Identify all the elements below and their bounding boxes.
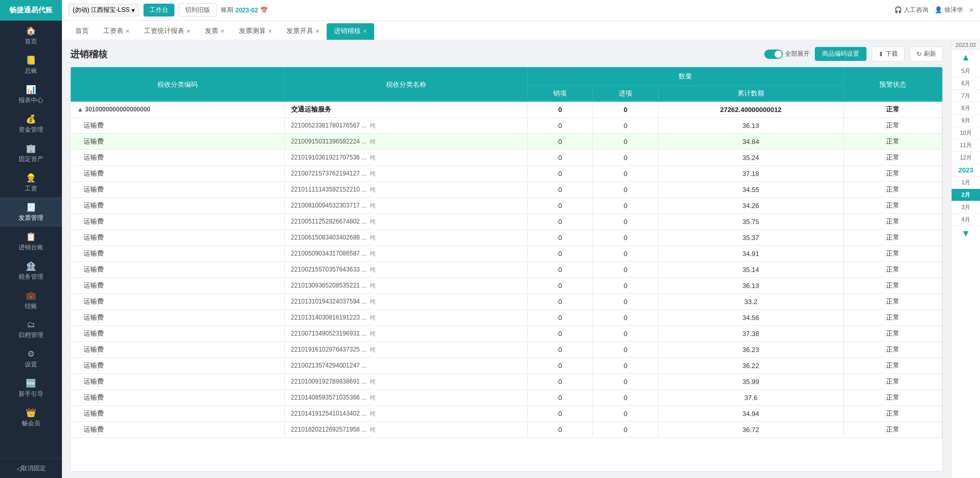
table-row: 运输费 22101820212692571958 ... 吨 0 0 36.72… — [71, 422, 942, 438]
sidebar-item-home[interactable]: 🏠 首页 — [0, 21, 62, 50]
col-name-header: 税收分类名称 — [284, 68, 527, 102]
cell-status: 正常 — [843, 262, 942, 278]
month-item[interactable]: 3月 — [952, 201, 980, 214]
tab-salary-report[interactable]: 工资统计报表 ✕ — [137, 23, 198, 40]
workbench-button[interactable]: 工作台 — [143, 4, 174, 17]
nav-down-button[interactable]: ▼ — [952, 226, 980, 241]
table-row: 运输费 22100615083403402688 ... 吨 0 0 35.37… — [71, 230, 942, 246]
tab-invoice-issue[interactable]: 发票开具 ✕ — [279, 23, 327, 40]
sidebar-item-purchase-sales[interactable]: 📋 进销台账 — [0, 227, 62, 256]
cell-cumulative: 35.75 — [658, 214, 844, 230]
month-item[interactable]: 5月 — [952, 65, 980, 77]
month-item[interactable]: 11月 — [952, 139, 980, 152]
month-item[interactable]: 12月 — [952, 152, 980, 164]
sidebar-item-assets[interactable]: 🏢 固定资产 — [0, 138, 62, 168]
cell-purchase: 0 — [593, 150, 658, 166]
refresh-button[interactable]: ↻ 刷新 — [910, 46, 943, 61]
cell-sales: 0 — [527, 326, 593, 342]
main-area: (勿动) 江西报宝-LSS ▾ 工作台 切到旧版 账期 2023-02 📅 🎧 … — [62, 0, 980, 478]
tab-salary[interactable]: 工资表 ✕ — [96, 23, 137, 40]
company-name: (勿动) 江西报宝-LSS — [73, 6, 130, 14]
tab-close-icon[interactable]: ✕ — [268, 28, 272, 34]
invoice-icon: 🧾 — [26, 202, 36, 212]
table-row: 运输费 22100215570357643633 ... 吨 0 0 35.14… — [71, 262, 942, 278]
month-item[interactable]: 10月 — [952, 127, 980, 139]
cell-cumulative: 37.38 — [658, 326, 844, 342]
cell-tag-id: 22101111143592152210 ... 吨 — [284, 182, 527, 198]
toggle-switch[interactable] — [764, 50, 783, 59]
sidebar-item-tax[interactable]: 🏦 税务管理 — [0, 256, 62, 285]
tab-close-icon[interactable]: ✕ — [186, 28, 190, 34]
nav-up-button[interactable]: ▲ — [952, 50, 980, 65]
topbar-right: 🎧 人工咨询 👤 徐泽华 × — [894, 6, 974, 15]
cell-tag-id: 22101916102976437325 ... 吨 — [284, 342, 527, 358]
month-item[interactable]: 6月 — [952, 77, 980, 90]
cell-status: 正常 — [843, 326, 942, 342]
page-title: 进销稽核 — [70, 48, 107, 60]
table-row: 运输费 22101310194324037594 ... 吨 0 0 33.2 … — [71, 294, 942, 310]
sidebar-item-guide[interactable]: 🆕 新手引导 — [0, 373, 62, 403]
table-row: 运输费 22100713490523196931 ... 吨 0 0 37.38… — [71, 326, 942, 342]
cell-name: 运输费 — [71, 246, 285, 262]
month-item[interactable]: 9月 — [952, 115, 980, 127]
cell-sales: 0 — [527, 278, 593, 294]
purchase-sales-icon: 📋 — [26, 232, 36, 242]
salary-icon: 👷 — [26, 173, 36, 183]
company-selector[interactable]: (勿动) 江西报宝-LSS ▾ — [68, 4, 139, 17]
ledger-icon: 📒 — [26, 55, 36, 65]
year-label-top: 2023.02 — [952, 40, 980, 50]
cell-cumulative: 35.14 — [658, 262, 844, 278]
month-item[interactable]: 1月 — [952, 177, 980, 189]
table-row: 运输费 22101910361921707536 ... 吨 0 0 35.24… — [71, 150, 942, 166]
sidebar-item-invoice[interactable]: 🧾 发票管理 — [0, 197, 62, 227]
tab-home[interactable]: 首页 — [68, 23, 96, 40]
period-label: 账期 2023-02 📅 — [221, 6, 268, 14]
cell-name: 运输费 — [71, 150, 285, 166]
tab-close-icon[interactable]: ✕ — [315, 28, 319, 34]
cell-tag-id: 22100713490523196931 ... 吨 — [284, 326, 527, 342]
download-button[interactable]: ⬇ 下载 — [872, 46, 905, 61]
tab-close-icon[interactable]: ✕ — [125, 28, 130, 34]
cell-sales: 0 — [527, 118, 593, 134]
switch-old-button[interactable]: 切到旧版 — [179, 3, 217, 17]
sidebar-item-archive[interactable]: 🗂 归档管理 — [0, 315, 62, 344]
cell-status: 正常 — [843, 390, 942, 406]
support-button[interactable]: 🎧 人工咨询 — [894, 6, 928, 14]
sidebar-item-closing[interactable]: 💼 结账 — [0, 285, 62, 315]
content-area: 进销稽核 全部展开 商品编码设置 ⬇ 下载 ↻ 刷 — [62, 40, 951, 478]
cell-status: 正常 — [843, 102, 942, 118]
cell-status: 正常 — [843, 150, 942, 166]
cell-purchase: 0 — [593, 262, 658, 278]
month-item[interactable]: 7月 — [952, 90, 980, 102]
tab-close-icon[interactable]: ✕ — [220, 28, 224, 34]
table-row: 运输费 22101314030816191223 ... 吨 0 0 34.56… — [71, 310, 942, 326]
sidebar-item-finance[interactable]: 💰 资金管理 — [0, 109, 62, 138]
tab-invoice-calc[interactable]: 发票测算 ✕ — [232, 23, 279, 40]
cell-tag-id: 22100213574294001247 ... — [284, 358, 527, 374]
cell-tag-id: 22101910361921707536 ... 吨 — [284, 150, 527, 166]
cell-sales: 0 — [527, 294, 593, 310]
sidebar-item-member[interactable]: 👑 畅会员 — [0, 403, 62, 432]
cell-name: 运输费 — [71, 406, 285, 422]
tab-close-icon[interactable]: ✕ — [363, 28, 367, 34]
cell-purchase: 0 — [593, 118, 658, 134]
sidebar-item-ledger[interactable]: 📒 总账 — [0, 50, 62, 79]
close-button[interactable]: × — [969, 6, 974, 15]
cell-cumulative: 34.56 — [658, 310, 844, 326]
sidebar-item-label: 畅会员 — [22, 419, 40, 428]
user-menu[interactable]: 👤 徐泽华 — [935, 6, 962, 14]
month-item[interactable]: 8月 — [952, 102, 980, 115]
tab-purchase-sales-check[interactable]: 进销稽核 ✕ — [327, 23, 374, 40]
sidebar-item-salary[interactable]: 👷 工资 — [0, 168, 62, 197]
sidebar-item-reports[interactable]: 📊 报表中心 — [0, 79, 62, 109]
month-item[interactable]: 4月 — [952, 214, 980, 226]
cell-name: 运输费 — [71, 374, 285, 390]
expand-toggle[interactable]: 全部展开 — [764, 50, 810, 59]
month-item[interactable]: 2月 — [952, 189, 980, 201]
right-panel: 2023.02 ▲ 5月6月7月8月9月10月11月12月 2023 1月2月3… — [951, 40, 980, 478]
unpin-button[interactable]: ◁ 取消固定 — [0, 458, 62, 478]
sidebar-item-settings[interactable]: ⚙ 设置 — [0, 344, 62, 373]
cell-name: 运输费 — [71, 230, 285, 246]
tab-invoice[interactable]: 发票 ✕ — [198, 23, 232, 40]
settings-button[interactable]: 商品编码设置 — [815, 47, 866, 61]
